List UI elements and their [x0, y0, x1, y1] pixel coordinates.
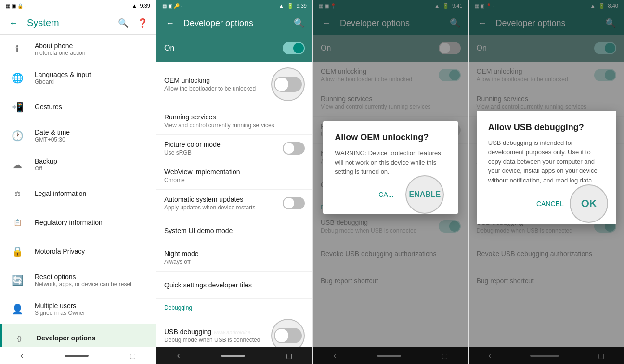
- picture-color-toggle-mid[interactable]: [283, 142, 305, 155]
- webview-subtitle-mid: Chrome: [164, 177, 305, 183]
- auto-updates-toggle-mid[interactable]: [283, 197, 305, 209]
- oem-toggle-mid[interactable]: [274, 77, 302, 92]
- dev-on-label-mid: On: [164, 44, 174, 52]
- ok-circle-highlight: [570, 184, 608, 223]
- back-button-mid[interactable]: ←: [160, 13, 180, 33]
- usb-dialog: Allow USB debugging? USB debugging is in…: [477, 111, 616, 225]
- usb-dialog-overlay: Allow USB debugging? USB debugging is in…: [469, 0, 624, 364]
- status-bar-mid: ▦ ▣ 🔑 · ▲ 🔋 9:39: [156, 0, 312, 12]
- oem-unlocking-item-mid[interactable]: OEM unlocking Allow the bootloader to be…: [156, 62, 312, 107]
- sidebar-item-legal[interactable]: ⚖ Legal information: [0, 179, 156, 208]
- page-title-mid: Developer options: [183, 18, 289, 28]
- nav-back-mid[interactable]: ‹: [177, 351, 180, 361]
- ui-demo-title-mid: System UI demo mode: [164, 227, 305, 234]
- nav-back-left[interactable]: ‹: [21, 351, 24, 361]
- users-icon: 👤: [8, 299, 27, 319]
- time-mid: 9:39: [297, 3, 307, 9]
- nav-home-mid[interactable]: [221, 355, 245, 357]
- reset-title: Reset options: [35, 273, 131, 281]
- sidebar-item-languages[interactable]: 🌐 Languages & input Gboard: [0, 64, 156, 92]
- usb-dialog-actions: Cancel OK: [488, 195, 605, 213]
- battery-icon-mid: 🔋: [287, 3, 294, 9]
- regulatory-title: Regulatory information: [35, 219, 103, 226]
- reset-icon: 🔄: [8, 271, 27, 290]
- sidebar-item-regulatory[interactable]: 📋 Regulatory information: [0, 208, 156, 237]
- back-button-left[interactable]: ←: [4, 13, 23, 33]
- auto-updates-title-mid: Automatic system updates: [164, 195, 283, 203]
- developer-options-panel-right1: ▦ ▣ 📍 · ▲ 🔋 9:41 ← Developer options 🔍 O…: [313, 0, 469, 364]
- nav-square-mid[interactable]: ▢: [286, 352, 292, 360]
- status-time-left: ▲ 9:39: [132, 3, 150, 9]
- oem-toggle-thumb-mid: [275, 78, 288, 91]
- usb-toggle-container-mid: [271, 319, 305, 347]
- oem-cancel-button[interactable]: Ca...: [373, 186, 399, 203]
- sidebar-item-backup[interactable]: ☁ Backup Off: [0, 150, 156, 179]
- languages-subtitle: Gboard: [35, 78, 91, 85]
- sidebar-item-gestures[interactable]: 📲 Gestures: [0, 92, 156, 121]
- nav-bar-left: ‹ ▢: [0, 347, 156, 364]
- running-services-title-mid: Running services: [164, 113, 305, 121]
- about-title: About phone: [35, 42, 85, 50]
- webview-item-mid[interactable]: WebView implementation Chrome: [156, 162, 312, 190]
- wifi-icon: ▲: [132, 3, 137, 9]
- help-button-left[interactable]: ❓: [133, 13, 152, 33]
- enable-circle-highlight: [405, 175, 444, 214]
- running-services-subtitle-mid: View and control currently running servi…: [164, 122, 305, 129]
- datetime-icon: 🕐: [8, 126, 27, 145]
- sidebar-item-datetime[interactable]: 🕐 Date & time GMT+05:30: [0, 121, 156, 150]
- developer-options-panel-mid: ▦ ▣ 🔑 · ▲ 🔋 9:39 ← Developer options 🔍 O…: [156, 0, 313, 364]
- sidebar-item-privacy[interactable]: 🔒 Motorola Privacy: [0, 237, 156, 266]
- picture-color-item-mid[interactable]: Picture color mode Use sRGB: [156, 135, 312, 162]
- status-time-mid: ▲ 🔋 9:39: [279, 3, 307, 9]
- page-title-left: System: [27, 17, 114, 28]
- night-mode-item-mid[interactable]: Night mode Always off: [156, 244, 312, 272]
- quick-settings-item-mid[interactable]: Quick settings developer tiles: [156, 272, 312, 299]
- sidebar-item-about[interactable]: ℹ About phone motorola one action: [0, 35, 156, 64]
- auto-updates-toggle-thumb-mid: [284, 198, 294, 208]
- legal-icon: ⚖: [8, 184, 27, 203]
- developer-options-panel-right2: ▦ ▣ 📍 · ▲ 🔋 8:40 ← Developer options 🔍 O…: [469, 0, 624, 364]
- ok-btn-wrapper: OK: [573, 195, 605, 213]
- users-subtitle: Signed in as Owner: [35, 310, 85, 316]
- reset-subtitle: Network, apps, or device can be reset: [35, 281, 131, 287]
- usb-toggle-thumb-mid: [275, 329, 288, 342]
- usb-cancel-button[interactable]: Cancel: [531, 195, 570, 213]
- languages-title: Languages & input: [35, 71, 91, 78]
- dev-list-mid: OEM unlocking Allow the bootloader to be…: [156, 62, 312, 347]
- search-button-left[interactable]: 🔍: [114, 13, 133, 33]
- sidebar-item-developer[interactable]: {} Developer options: [0, 324, 156, 347]
- regulatory-icon: 📋: [8, 213, 27, 232]
- notification-icon: ▦ ▣ 🔒 ·: [6, 3, 26, 9]
- usb-toggle-mid[interactable]: [274, 328, 302, 343]
- languages-icon: 🌐: [8, 68, 27, 88]
- auto-updates-subtitle-mid: Apply updates when device restarts: [164, 204, 283, 211]
- nav-square-left[interactable]: ▢: [130, 352, 136, 360]
- auto-system-updates-item-mid[interactable]: Automatic system updates Apply updates w…: [156, 190, 312, 217]
- sidebar-item-reset[interactable]: 🔄 Reset options Network, apps, or device…: [0, 266, 156, 295]
- oem-subtitle-mid: Allow the bootloader to be unlocked: [164, 85, 271, 92]
- picture-color-subtitle-mid: Use sRGB: [164, 149, 283, 156]
- search-button-mid[interactable]: 🔍: [289, 13, 309, 33]
- debugging-section-mid: Debugging: [156, 299, 312, 313]
- usb-debug-subtitle-mid: Debug mode when USB is connected: [164, 337, 271, 343]
- running-services-item-mid[interactable]: Running services View and control curren…: [156, 107, 312, 135]
- gestures-title: Gestures: [35, 103, 62, 111]
- datetime-subtitle: GMT+05:30: [35, 136, 70, 143]
- legal-title: Legal information: [35, 190, 86, 197]
- oem-dialog-actions: Ca... Enable: [335, 186, 446, 203]
- dev-options-header-mid: On: [156, 35, 312, 62]
- app-bar-mid: ← Developer options 🔍: [156, 12, 312, 35]
- oem-toggle-container-mid: [271, 67, 305, 101]
- privacy-icon: 🔒: [8, 242, 27, 261]
- usb-dialog-body: USB debugging is intended for developmen…: [488, 138, 605, 185]
- dev-toggle-mid[interactable]: [283, 42, 305, 54]
- backup-title: Backup: [35, 157, 57, 165]
- sidebar-item-users[interactable]: 👤 Multiple users Signed in as Owner: [0, 295, 156, 324]
- privacy-title: Motorola Privacy: [35, 247, 85, 255]
- enable-btn-wrapper: Enable: [403, 186, 446, 203]
- gestures-icon: 📲: [8, 97, 27, 117]
- ui-demo-item-mid[interactable]: System UI demo mode: [156, 217, 312, 244]
- nav-home-left[interactable]: [65, 355, 89, 357]
- oem-dialog: Allow OEM unlocking? WARNING: Device pro…: [323, 121, 458, 214]
- picture-color-title-mid: Picture color mode: [164, 141, 283, 148]
